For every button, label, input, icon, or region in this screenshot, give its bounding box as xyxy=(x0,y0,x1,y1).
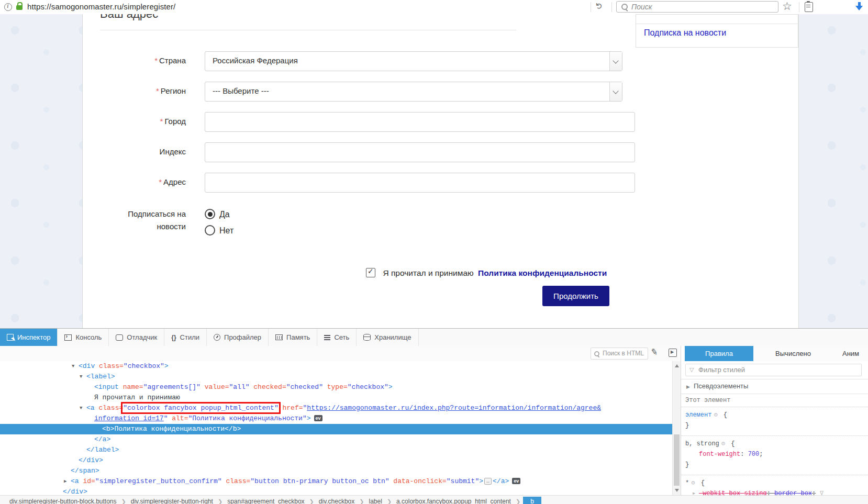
breadcrumb-item[interactable]: a.colorbox.fancybox.popup_html_content xyxy=(394,497,513,504)
markup-line[interactable]: <b>Политика конфиденциальности</b> xyxy=(0,424,672,434)
rules-tab-2[interactable]: Вычислено xyxy=(753,346,833,361)
browser-search-input[interactable]: Поиск xyxy=(616,1,778,13)
chevron-down-icon[interactable] xyxy=(609,82,622,101)
markup-token: data-onclick= xyxy=(393,477,446,485)
radio-label: Нет xyxy=(219,226,233,235)
breadcrumb-item[interactable]: label xyxy=(367,497,384,504)
tab-профайлер[interactable]: Профайлер xyxy=(207,329,269,346)
radio-option: Нет xyxy=(205,225,233,236)
required-asterisk: * xyxy=(160,117,163,126)
scroll-up-icon[interactable] xyxy=(675,364,679,367)
html-search-input[interactable]: Поиск в HTML xyxy=(591,348,648,360)
markup-line[interactable]: information_id=17" alt="Политика конфиде… xyxy=(0,413,672,424)
markup-line[interactable]: ▼<a class="colorbox fancybox popup_html_… xyxy=(0,403,672,413)
markup-token: alt= xyxy=(172,415,188,422)
css-rule: элемент⚙ {} xyxy=(681,407,868,435)
gear-icon[interactable]: ⚙ xyxy=(691,479,695,487)
event-badge[interactable]: ev xyxy=(314,415,322,421)
markup-token xyxy=(119,383,123,391)
breadcrumb-item[interactable]: div.checkbox xyxy=(317,497,357,504)
continue-button[interactable]: Продолжить xyxy=(542,286,609,306)
property-name: font-weight xyxy=(699,451,740,458)
field-select-2[interactable]: --- Выберите --- xyxy=(205,82,622,102)
agreement-checkbox[interactable] xyxy=(366,268,375,277)
field-input-4[interactable] xyxy=(205,142,635,162)
field-input-5[interactable] xyxy=(205,173,635,193)
network-icon xyxy=(324,335,330,336)
markup-line[interactable]: ▼<label> xyxy=(0,372,672,382)
storage-icon xyxy=(363,334,371,341)
secure-lock-icon[interactable] xyxy=(16,5,23,10)
scroll-down-icon[interactable] xyxy=(675,489,679,492)
field-label: Индекс xyxy=(98,147,186,156)
markup-line[interactable]: </span> xyxy=(0,466,672,476)
markup-line[interactable]: </a> xyxy=(0,434,672,445)
markup-token: </div> xyxy=(63,488,87,495)
radio-option: Да xyxy=(205,209,230,219)
markup-line[interactable]: Я прочитал и принимаю xyxy=(0,393,672,403)
breadcrumb-item[interactable]: span#agreement_checkbox xyxy=(225,497,306,504)
tab-консоль[interactable]: Консоль xyxy=(58,329,109,346)
radio-button[interactable] xyxy=(205,209,215,219)
rule-selector-line[interactable]: *⚙ { xyxy=(685,478,868,488)
markup-token: class= xyxy=(226,477,250,485)
site-info-icon[interactable] xyxy=(4,3,12,11)
markup-scrollbar[interactable] xyxy=(672,361,681,495)
rule-selector-line[interactable]: b, strong⚙ { xyxy=(685,439,868,449)
rule-selector-line[interactable]: элемент⚙ { xyxy=(685,410,868,420)
search-placeholder: Поиск xyxy=(631,3,652,11)
css-property[interactable]: font-weight: 700; xyxy=(685,449,868,460)
rules-tab-3[interactable]: Аним xyxy=(833,346,868,361)
tab-отладчик[interactable]: Отладчик xyxy=(109,329,164,346)
expander-arrow-icon[interactable]: ▼ xyxy=(72,361,79,372)
tab-сеть[interactable]: Сеть xyxy=(317,329,357,346)
download-icon[interactable] xyxy=(855,2,864,12)
scrollbar-thumb[interactable] xyxy=(674,434,680,486)
breadcrumb-separator-icon: ❯ xyxy=(387,498,392,504)
expander-arrow-icon[interactable]: ▼ xyxy=(80,403,86,413)
field-label: *Страна xyxy=(98,56,186,65)
sidebar-newsletter-link[interactable]: Подписка на новости xyxy=(644,28,726,38)
html-markup-view: ▼<div class="checkbox">▼<label><input na… xyxy=(0,361,672,495)
rules-tab-1[interactable]: Правила xyxy=(685,346,754,361)
markup-line[interactable]: ▶<a id="simpleregister_button_confirm" c… xyxy=(0,476,672,487)
chevron-down-icon[interactable] xyxy=(609,52,622,71)
form-row: *Адрес xyxy=(98,173,622,193)
markup-line[interactable]: </div> xyxy=(0,487,672,495)
markup-line[interactable]: </div> xyxy=(0,455,672,466)
markup-line[interactable]: <input name="agreements[]" value="all" c… xyxy=(0,382,672,393)
bookmark-star-icon[interactable]: ☆ xyxy=(782,0,792,13)
debugger-icon xyxy=(116,334,123,341)
pseudo-elements-section[interactable]: ▶Псевдоэлементы xyxy=(681,379,868,394)
reading-list-icon[interactable] xyxy=(805,2,813,12)
privacy-policy-link[interactable]: Политика конфиденциальности xyxy=(478,268,607,277)
breadcrumb-item[interactable]: div.simpleregister-button-right xyxy=(129,497,215,504)
markup-token: "checked" xyxy=(286,383,323,391)
expander-arrow-icon[interactable]: ▶ xyxy=(64,476,71,487)
style-filter-input[interactable]: ▽ Фильтр стилей xyxy=(685,364,862,376)
collapsed-content-icon[interactable]: … xyxy=(484,478,492,485)
markup-token: Я прочитал и принимаю xyxy=(94,394,180,401)
reload-icon[interactable]: ↻ xyxy=(594,3,604,9)
markup-line[interactable]: </label> xyxy=(0,445,672,455)
expander-arrow-icon[interactable]: ▼ xyxy=(80,372,86,382)
field-input-3[interactable] xyxy=(205,112,635,132)
tab-память[interactable]: Память xyxy=(269,329,317,346)
tab-стили[interactable]: {}Стили xyxy=(164,329,207,346)
gear-icon[interactable]: ⚙ xyxy=(714,411,717,419)
markup-line[interactable]: ▼<div class="checkbox"> xyxy=(0,361,672,372)
breadcrumb-item[interactable]: div.simpleregister-button-block.buttons xyxy=(7,497,119,504)
edit-html-pencil-icon[interactable]: ✎ xyxy=(650,346,659,357)
memory-icon xyxy=(275,334,283,340)
breadcrumb-item[interactable]: b xyxy=(523,497,541,504)
tab-хранилище[interactable]: Хранилище xyxy=(357,329,418,346)
tab-инспектор[interactable]: Инспектор xyxy=(0,329,58,346)
url-bar[interactable]: https://samogonomaster.ru/simpleregister… xyxy=(27,2,175,11)
this-element-header: Этот элемент xyxy=(681,394,868,407)
eyedropper-panel-icon[interactable] xyxy=(669,349,677,357)
gear-icon[interactable]: ⚙ xyxy=(721,440,725,447)
field-select-1[interactable]: Российская Федерация xyxy=(205,51,622,71)
devtools-tab-bar: ИнспекторКонсольОтладчик{}СтилиПрофайлер… xyxy=(0,329,868,346)
radio-button[interactable] xyxy=(205,225,215,236)
event-badge[interactable]: ev xyxy=(512,478,520,484)
